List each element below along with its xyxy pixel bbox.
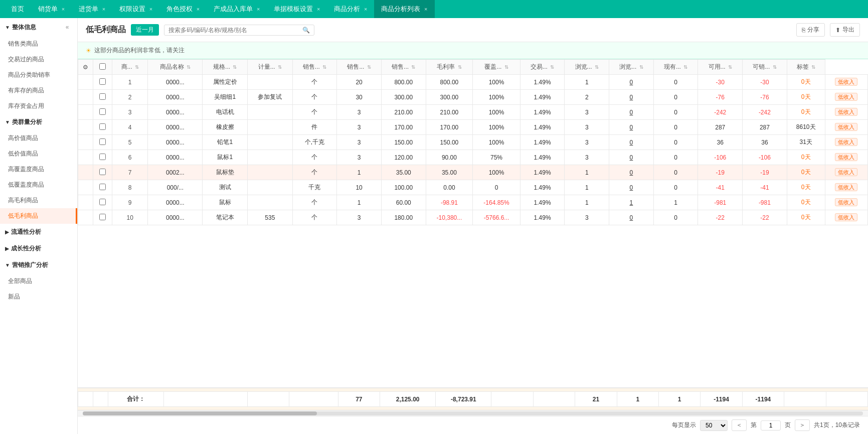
col-view2[interactable]: 浏览... ⇅ xyxy=(609,60,654,75)
sidebar-item-category-sales-rate[interactable]: 商品分类助销率 xyxy=(0,67,77,83)
sidebar-group-circulation[interactable]: ▶ 流通性分析 xyxy=(0,224,77,240)
sidebar-item-stock-products[interactable]: 有库存的商品 xyxy=(0,83,77,98)
sidebar-item-high-value[interactable]: 高价值商品 xyxy=(0,130,77,146)
search-icon[interactable]: 🔍 xyxy=(302,27,310,34)
row-select-checkbox[interactable] xyxy=(99,138,106,145)
nav-template-settings[interactable]: 单据模板设置 × xyxy=(267,0,327,18)
horizontal-scrollbar[interactable] xyxy=(78,410,868,416)
nav-permission-settings[interactable]: 权限设置 × xyxy=(112,0,159,18)
sidebar-item-low-value[interactable]: 低价值商品 xyxy=(0,146,77,162)
close-icon[interactable]: × xyxy=(317,6,320,12)
row-checkbox[interactable] xyxy=(93,135,112,150)
nav-product-analysis-list[interactable]: 商品分析列表 × xyxy=(374,0,434,18)
col-checkbox[interactable] xyxy=(93,60,112,75)
sidebar-item-new-products[interactable]: 新品 xyxy=(0,289,77,305)
row-checkbox[interactable] xyxy=(93,105,112,120)
sidebar-item-high-coverage[interactable]: 高覆盖度商品 xyxy=(0,162,77,177)
row-view1[interactable]: 1 xyxy=(609,195,654,210)
collapse-icon[interactable]: « xyxy=(62,22,72,32)
col-tag[interactable]: 标签 ⇅ xyxy=(787,60,825,75)
row-view1[interactable]: 0 xyxy=(609,210,654,225)
nav-product-entry[interactable]: 产成品入库单 × xyxy=(207,0,267,18)
scrollbar-thumb[interactable] xyxy=(83,411,317,415)
col-settings[interactable]: ⚙ xyxy=(78,60,93,75)
sidebar-group-overall-info[interactable]: ▼ 整体信息 « xyxy=(0,18,77,36)
row-select-checkbox[interactable] xyxy=(99,78,106,85)
sidebar-item-sales-products[interactable]: 销售类商品 xyxy=(0,36,77,52)
export-button[interactable]: ⬆ 导出 xyxy=(830,23,860,37)
search-input[interactable] xyxy=(168,27,302,34)
share-button[interactable]: ⎘ 分享 xyxy=(796,23,825,37)
sidebar-item-low-coverage[interactable]: 低覆盖度商品 xyxy=(0,177,77,193)
col-code[interactable]: 商... ⇅ xyxy=(112,60,148,75)
nav-sales-order[interactable]: 销货单 × xyxy=(31,0,72,18)
row-view1[interactable]: 0 xyxy=(609,165,654,180)
date-filter-button[interactable]: 近一月 xyxy=(131,24,159,36)
row-checkbox[interactable] xyxy=(93,120,112,135)
close-icon[interactable]: × xyxy=(424,6,427,12)
col-current-stock[interactable]: 现有... ⇅ xyxy=(653,60,698,75)
col-sales-price[interactable]: 销售... ⇅ xyxy=(337,60,382,75)
row-view1[interactable]: 0 xyxy=(609,120,654,135)
col-spec[interactable]: 规格... ⇅ xyxy=(203,60,248,75)
nav-home[interactable]: 首页 xyxy=(4,0,31,18)
sidebar-group-cluster-analysis[interactable]: ▼ 类群量分析 xyxy=(0,114,77,130)
row-view1[interactable]: 0 xyxy=(609,90,654,105)
row-unit: 个 xyxy=(292,105,337,120)
sidebar-item-traded-products[interactable]: 交易过的商品 xyxy=(0,52,77,67)
row-select-checkbox[interactable] xyxy=(99,169,106,175)
page-input[interactable] xyxy=(761,420,781,430)
close-icon[interactable]: × xyxy=(197,6,200,12)
row-available: -30 xyxy=(743,75,787,90)
sidebar-item-stock-capital[interactable]: 库存资金占用 xyxy=(0,98,77,114)
prev-page-button[interactable]: ＜ xyxy=(732,419,747,431)
sidebar-group-marketing[interactable]: ▼ 营销推广分析 xyxy=(0,257,77,273)
row-available: -22 xyxy=(743,210,787,225)
row-checkbox[interactable] xyxy=(93,165,112,180)
col-sales-qty[interactable]: 销售... ⇅ xyxy=(292,60,337,75)
row-view1[interactable]: 0 xyxy=(609,75,654,90)
sidebar-item-all-products[interactable]: 全部商品 xyxy=(0,273,77,289)
col-gross-margin[interactable]: 毛利率 ⇅ xyxy=(426,60,473,75)
close-icon[interactable]: × xyxy=(257,6,260,12)
row-view1[interactable]: 0 xyxy=(609,150,654,165)
col-name[interactable]: 商品名称 ⇅ xyxy=(148,60,203,75)
nav-role-auth[interactable]: 角色授权 × xyxy=(159,0,207,18)
row-select-checkbox[interactable] xyxy=(99,93,106,100)
select-all-checkbox[interactable] xyxy=(99,63,106,70)
data-table-wrapper[interactable]: ⚙ 商... ⇅ 商品名称 ⇅ 规格... ⇅ 计量... ⇅ 销售... ⇅ … xyxy=(78,59,868,387)
close-icon[interactable]: × xyxy=(149,6,152,12)
col-sales-amount[interactable]: 销售... ⇅ xyxy=(381,60,426,75)
sidebar-item-low-margin[interactable]: 低毛利商品 xyxy=(0,208,77,224)
row-checkbox[interactable] xyxy=(93,90,112,105)
sidebar-group-growth[interactable]: ▶ 成长性分析 xyxy=(0,240,77,257)
nav-purchase-order[interactable]: 进货单 × xyxy=(72,0,112,18)
row-select-checkbox[interactable] xyxy=(99,123,106,130)
row-view1[interactable]: 0 xyxy=(609,180,654,195)
row-select-checkbox[interactable] xyxy=(99,154,106,160)
row-select-checkbox[interactable] xyxy=(99,199,106,205)
close-icon[interactable]: × xyxy=(364,6,367,12)
row-checkbox[interactable] xyxy=(93,75,112,90)
row-checkbox[interactable] xyxy=(93,210,112,225)
col-trade-count[interactable]: 交易... ⇅ xyxy=(520,60,565,75)
col-unit[interactable]: 计量... ⇅ xyxy=(248,60,293,75)
col-available[interactable]: 可用... ⇅ xyxy=(698,60,743,75)
next-page-button[interactable]: ＞ xyxy=(795,419,810,431)
per-page-select[interactable]: 50 20 100 xyxy=(700,420,728,431)
row-view1[interactable]: 0 xyxy=(609,105,654,120)
sidebar-item-high-margin[interactable]: 高毛利商品 xyxy=(0,193,77,208)
close-icon[interactable]: × xyxy=(62,6,65,12)
row-checkbox[interactable] xyxy=(93,150,112,165)
row-select-checkbox[interactable] xyxy=(99,184,106,190)
row-select-checkbox[interactable] xyxy=(99,108,106,115)
row-select-checkbox[interactable] xyxy=(99,214,106,220)
row-checkbox[interactable] xyxy=(93,195,112,210)
close-icon[interactable]: × xyxy=(102,6,105,12)
col-view1[interactable]: 浏览... ⇅ xyxy=(565,60,609,75)
row-view1[interactable]: 0 xyxy=(609,135,654,150)
row-checkbox[interactable] xyxy=(93,180,112,195)
col-coverage[interactable]: 覆盖... ⇅ xyxy=(473,60,520,75)
col-sellable[interactable]: 可销... ⇅ xyxy=(743,60,787,75)
nav-product-analysis[interactable]: 商品分析 × xyxy=(327,0,374,18)
